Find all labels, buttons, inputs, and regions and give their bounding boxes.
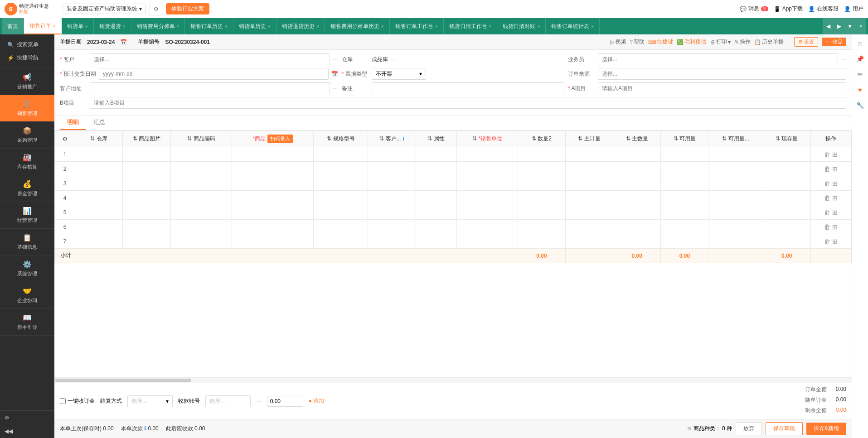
add-product-btn[interactable]: + +物品 bbox=[822, 38, 846, 46]
col-main-qty[interactable]: ⇅ 主数量 bbox=[613, 131, 661, 147]
cell-unit-4[interactable] bbox=[456, 191, 518, 205]
sidebar-item-system[interactable]: ⚙️ 系统管理 bbox=[0, 255, 54, 282]
right-tool-1[interactable]: ☆ bbox=[853, 36, 868, 51]
cell-main-unit-1[interactable] bbox=[566, 147, 613, 162]
address-more-icon[interactable]: ··· bbox=[333, 85, 338, 92]
cell-spec-7[interactable] bbox=[314, 234, 368, 249]
close-icon[interactable]: × bbox=[53, 24, 56, 29]
right-tool-2[interactable]: 📌 bbox=[853, 52, 868, 66]
cell-customer-4[interactable] bbox=[368, 191, 416, 205]
cell-unit-3[interactable] bbox=[456, 176, 518, 191]
current-info-icon[interactable]: ℹ bbox=[144, 425, 146, 432]
cell-attr-4[interactable] bbox=[416, 191, 456, 205]
cell-code-7[interactable] bbox=[170, 234, 232, 249]
sidebar-item-quick-nav[interactable]: ⚡ 快捷导航 bbox=[4, 51, 51, 64]
cell-main-qty-2[interactable] bbox=[613, 162, 661, 176]
system-selector[interactable]: 装备及固定资产辅助管理系统 ▾ bbox=[63, 4, 146, 14]
help-btn[interactable]: ? 帮助 bbox=[630, 38, 645, 46]
one-click-checkbox[interactable]: 一键收订金 bbox=[60, 397, 95, 405]
salesman-more-icon[interactable]: ··· bbox=[841, 56, 846, 63]
tab-detail[interactable]: 明细 bbox=[60, 116, 86, 130]
copy-icon-2[interactable]: ⊞ bbox=[832, 165, 838, 173]
delete-icon-6[interactable]: 🗑 bbox=[824, 223, 830, 231]
cell-unit-5[interactable] bbox=[456, 205, 518, 220]
cell-main-unit-6[interactable] bbox=[566, 220, 613, 234]
cell-warehouse-3[interactable] bbox=[75, 176, 123, 191]
bank-account-select[interactable]: 选择... bbox=[205, 395, 251, 407]
sidebar-item-sales[interactable]: 🛒 销售管理 bbox=[0, 95, 54, 122]
sidebar-item-purchase[interactable]: 📦 采购管理 bbox=[0, 122, 54, 149]
cell-code-3[interactable] bbox=[170, 176, 232, 191]
cell-spec-3[interactable] bbox=[314, 176, 368, 191]
settings-icon[interactable]: ⚙ bbox=[150, 3, 162, 15]
cell-code-6[interactable] bbox=[170, 220, 232, 234]
cell-main-unit-7[interactable] bbox=[566, 234, 613, 249]
profit-btn[interactable]: 💹 毛利预估 bbox=[677, 38, 706, 46]
cell-attr-5[interactable] bbox=[416, 205, 456, 220]
tab-return-history[interactable]: 销货退货历史 × bbox=[276, 18, 325, 34]
cell-main-unit-4[interactable] bbox=[566, 191, 613, 205]
tab-daily-reconcile[interactable]: 钱货日清对账 × bbox=[497, 18, 546, 34]
delete-icon-5[interactable]: 🗑 bbox=[824, 209, 830, 216]
cell-qty2-4[interactable] bbox=[518, 191, 565, 205]
history-btn[interactable]: 📋 历史单据 bbox=[754, 38, 784, 46]
cell-product-6[interactable] bbox=[232, 220, 314, 234]
close-icon[interactable]: × bbox=[268, 24, 271, 29]
cell-unit-1[interactable] bbox=[456, 147, 518, 162]
cell-customer-2[interactable] bbox=[368, 162, 416, 176]
app-download-btn[interactable]: 📱 App下载 bbox=[774, 5, 803, 13]
delete-icon-2[interactable]: 🗑 bbox=[824, 165, 830, 173]
save-new-button[interactable]: 保存&新增 bbox=[806, 423, 846, 435]
cell-attr-3[interactable] bbox=[416, 176, 456, 191]
delivery-date-input[interactable] bbox=[99, 68, 329, 80]
scroll-thumb[interactable] bbox=[55, 379, 191, 382]
salesman-input[interactable] bbox=[598, 53, 838, 65]
cell-main-qty-5[interactable] bbox=[613, 205, 661, 220]
customer-more-icon[interactable]: ··· bbox=[333, 56, 338, 63]
remarks-input[interactable] bbox=[372, 82, 564, 94]
cell-attr-2[interactable] bbox=[416, 162, 456, 176]
add-payment-btn[interactable]: ● 添加 bbox=[309, 397, 325, 405]
copy-icon-4[interactable]: ⊞ bbox=[832, 194, 838, 202]
cell-unit-6[interactable] bbox=[456, 220, 518, 234]
tab-sales-expense[interactable]: 销售费用分摊单 × bbox=[131, 18, 185, 34]
industry-button[interactable]: 体验行业方案 bbox=[166, 3, 209, 14]
cell-code-5[interactable] bbox=[170, 205, 232, 220]
cell-code-4[interactable] bbox=[170, 191, 232, 205]
cell-warehouse-5[interactable] bbox=[75, 205, 123, 220]
cell-product-3[interactable] bbox=[232, 176, 314, 191]
notice-btn[interactable]: 💬 消息 9 bbox=[740, 5, 768, 13]
cell-spec-4[interactable] bbox=[314, 191, 368, 205]
col-main-unit[interactable]: ⇅ 主计量 bbox=[566, 131, 613, 147]
b-project-input[interactable] bbox=[90, 97, 846, 109]
delete-icon-7[interactable]: 🗑 bbox=[824, 238, 830, 245]
cell-qty2-5[interactable] bbox=[518, 205, 565, 220]
product-types-icon[interactable]: ⊙ bbox=[687, 425, 692, 432]
col-settings[interactable]: ⚙ bbox=[55, 131, 75, 147]
close-icon[interactable]: × bbox=[225, 24, 228, 29]
col-available-detail[interactable]: ⇅ 可用量... bbox=[708, 131, 763, 147]
cell-qty2-1[interactable] bbox=[518, 147, 565, 162]
cell-warehouse-1[interactable] bbox=[75, 147, 123, 162]
cell-product-2[interactable] bbox=[232, 162, 314, 176]
cell-main-qty-1[interactable] bbox=[613, 147, 661, 162]
cell-product-1[interactable] bbox=[232, 147, 314, 162]
cell-warehouse-2[interactable] bbox=[75, 162, 123, 176]
nav-menu[interactable]: ▼ bbox=[844, 18, 855, 34]
payment-method-select[interactable]: 选择... ▾ bbox=[127, 395, 173, 407]
scan-button[interactable]: 扫码录入 bbox=[267, 135, 293, 143]
cell-spec-5[interactable] bbox=[314, 205, 368, 220]
cell-code-2[interactable] bbox=[170, 162, 232, 176]
delete-icon-3[interactable]: 🗑 bbox=[824, 180, 830, 187]
close-icon[interactable]: × bbox=[123, 24, 126, 29]
one-click-checkbox-input[interactable] bbox=[60, 398, 66, 404]
tab-expense-history[interactable]: 销售费用分摊单历史 × bbox=[325, 18, 390, 34]
col-sales-unit[interactable]: ⇅ *销售单位 bbox=[456, 131, 518, 147]
amount-input[interactable] bbox=[267, 396, 303, 407]
cell-main-unit-3[interactable] bbox=[566, 176, 613, 191]
nav-close[interactable]: × bbox=[855, 18, 866, 34]
col-attribute[interactable]: ⇅ 属性 bbox=[416, 131, 456, 147]
settings-form-btn[interactable]: ⚙ 设置 bbox=[794, 37, 818, 47]
discard-button[interactable]: 放弃 bbox=[736, 422, 762, 435]
copy-icon-7[interactable]: ⊞ bbox=[832, 238, 838, 245]
